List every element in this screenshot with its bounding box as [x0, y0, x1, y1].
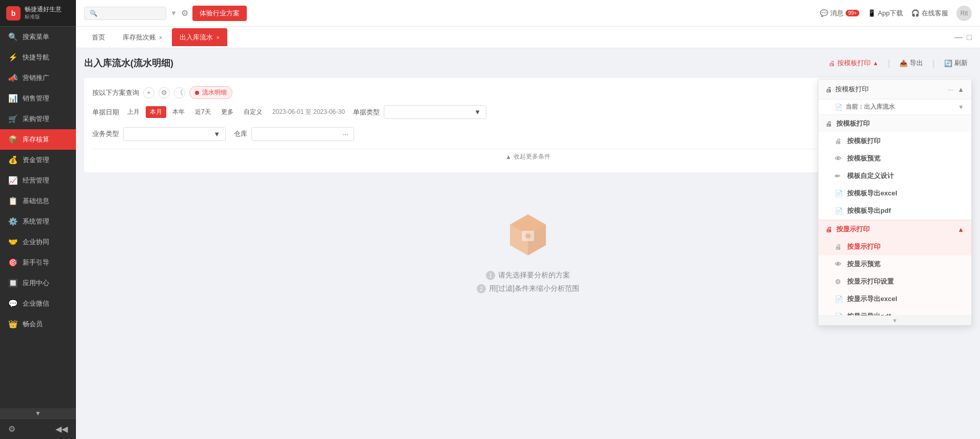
sidebar-item-marketing[interactable]: 📣 营销推广 [0, 68, 76, 88]
sidebar-scroll-down[interactable]: ▼ [0, 408, 76, 418]
menu-search-box[interactable]: 🔍 [84, 7, 166, 20]
export-label: 导出 [910, 58, 923, 68]
sidebar-item-purchase[interactable]: 🛒 采购管理 [0, 109, 76, 129]
tab-batch-account[interactable]: 库存批次账 × [115, 28, 170, 46]
dropdown-more-icon[interactable]: ··· [948, 86, 953, 93]
date-btn-this-year[interactable]: 本年 [168, 106, 189, 118]
settings-icon[interactable]: ⚙ [8, 424, 15, 434]
topbar-settings-icon[interactable]: ⚙ [181, 8, 188, 18]
type-select[interactable]: ▼ [384, 105, 486, 119]
display-settings-item[interactable]: ⚙ 按显示打印设置 [818, 273, 971, 290]
template-design-item[interactable]: ✏ 模板自定义设计 [818, 167, 971, 185]
online-service-btn[interactable]: 🎧 在线客服 [911, 9, 948, 18]
headset-icon: 🎧 [911, 9, 919, 17]
page-title: 出入库流水(流水明细) [84, 57, 173, 69]
quick-nav-icon: ⚡ [8, 53, 17, 62]
sidebar-item-sales[interactable]: 📊 销售管理 [0, 88, 76, 109]
warehouse-select[interactable]: ··· [251, 127, 354, 141]
type-field: 单据类型 ▼ [353, 105, 486, 119]
dropdown-scroll-down-btn[interactable]: ▼ [818, 315, 971, 325]
display-excel-label: 按显示导出excel [847, 294, 897, 304]
filter-setting-btn[interactable]: ⚙ [159, 87, 170, 98]
sidebar-item-operations[interactable]: 📈 经营管理 [0, 170, 76, 191]
sidebar-item-label: 系统管理 [23, 217, 49, 226]
refresh-label: 刷新 [954, 58, 968, 68]
dropdown-scroll-down-icon: ▼ [892, 317, 898, 324]
date-filter: 上月 本月 本年 近7天 更多 自定义 [123, 106, 266, 118]
date-btn-last-month[interactable]: 上月 [123, 106, 144, 118]
tab-batch-label: 库存批次账 [123, 33, 156, 42]
display-print-icon: 🖨 [835, 243, 843, 251]
export-btn[interactable]: 📤 导出 [895, 56, 927, 70]
warehouse-more-icon: ··· [343, 130, 348, 138]
template-section-header[interactable]: 🖨 按模板打印 [818, 115, 971, 132]
printer-icon: 🖨 [829, 59, 835, 67]
sidebar-item-label: 企业微信 [23, 299, 49, 308]
sidebar-item-guide[interactable]: 🎯 新手引导 [0, 252, 76, 273]
refresh-btn[interactable]: 🔄 刷新 [940, 56, 972, 70]
tip2-text: 用[过滤]条件来缩小分析范围 [489, 284, 579, 293]
filter-add-btn[interactable]: + [143, 87, 154, 98]
sidebar-item-label: 应用中心 [23, 278, 49, 288]
sidebar-item-app-center[interactable]: 🔲 应用中心 [0, 273, 76, 293]
sidebar-item-wechat[interactable]: 💬 企业微信 [0, 293, 76, 314]
display-print-label: 按显示打印 [847, 242, 880, 251]
date-btn-custom[interactable]: 自定义 [240, 106, 266, 118]
filter-label: 按以下方案查询 [92, 88, 139, 97]
app-center-icon: 🔲 [8, 278, 17, 288]
filter-collapse-btn[interactable]: 《 [174, 87, 185, 98]
display-section-header[interactable]: 🖨 按显示打印 ▲ [818, 221, 971, 238]
display-preview-item[interactable]: 👁 按显示预览 [818, 255, 971, 273]
tip2-num: 2 [477, 284, 486, 293]
warehouse-label: 仓库 [234, 129, 247, 138]
business-select[interactable]: ▼ [123, 127, 226, 141]
sidebar-item-vip[interactable]: 👑 畅会员 [0, 314, 76, 334]
tabs-bar-right: — □ [954, 33, 972, 42]
sidebar-item-quick-nav[interactable]: ⚡ 快捷导航 [0, 47, 76, 68]
template-pdf-item[interactable]: 📄 按模板导出pdf [818, 202, 971, 220]
dropdown-current: 📄 当前：出入库流水 ▼ [818, 99, 971, 115]
sidebar-item-label: 销售管理 [23, 94, 49, 103]
print-template-btn[interactable]: 🖨 按模板打印 ▲ [825, 56, 883, 70]
tab-maximize-btn[interactable]: □ [967, 33, 972, 42]
topbar-dropdown-icon[interactable]: ▼ [170, 9, 177, 17]
tab-flow-label: 出入库流水 [180, 33, 213, 42]
tab-flow[interactable]: 出入库流水 × [172, 28, 227, 46]
basic-icon: 📋 [8, 196, 17, 206]
date-btn-this-month[interactable]: 本月 [146, 106, 166, 118]
dropdown-header-label: 按模板打印 [835, 85, 869, 94]
display-excel-item[interactable]: 📄 按显示导出excel [818, 290, 971, 308]
template-excel-item[interactable]: 📄 按模板导出excel [818, 185, 971, 202]
collapse-label: 收起更多条件 [514, 152, 551, 161]
app-download-btn[interactable]: 📱 App下载 [868, 9, 903, 18]
sidebar-item-system[interactable]: ⚙️ 系统管理 [0, 211, 76, 232]
display-pdf-item[interactable]: 📄 按显示导出pdf [818, 308, 971, 315]
industry-btn[interactable]: 体验行业方案 [192, 6, 247, 21]
search-icon: 🔍 [8, 32, 17, 42]
sidebar-item-search[interactable]: 🔍 搜索菜单 [0, 27, 76, 47]
date-btn-7days[interactable]: 近7天 [191, 106, 215, 118]
template-design-label: 模板自定义设计 [847, 171, 894, 181]
template-print-item[interactable]: 🖨 按模板打印 [818, 132, 971, 150]
tip1-text: 请先选择要分析的方案 [498, 271, 570, 280]
tab-home[interactable]: 首页 [84, 28, 113, 46]
user-avatar[interactable]: Rit [956, 6, 972, 21]
filter-tag-label: 流水明细 [202, 88, 227, 97]
display-settings-label: 按显示打印设置 [847, 277, 894, 286]
collapse-sidebar-icon[interactable]: ◀◀ [55, 424, 68, 434]
message-btn[interactable]: 💬 消息 99+ [820, 9, 859, 18]
sidebar-item-label: 畅会员 [23, 320, 43, 329]
tab-minimize-btn[interactable]: — [954, 33, 963, 42]
sidebar-item-inventory[interactable]: 📦 库存核算 [0, 129, 76, 150]
tab-flow-close[interactable]: × [216, 34, 219, 41]
dropdown-chevron-up[interactable]: ▲ [957, 86, 964, 93]
sidebar-item-basic[interactable]: 📋 基础信息 [0, 191, 76, 211]
sidebar-item-finance[interactable]: 💰 资金管理 [0, 150, 76, 170]
date-btn-more[interactable]: 更多 [217, 106, 238, 118]
template-section-label: 按模板打印 [836, 119, 870, 128]
filter-active-tag[interactable]: 流水明细 [189, 86, 232, 99]
sidebar-item-enterprise[interactable]: 🤝 企业协同 [0, 232, 76, 252]
display-print-item[interactable]: 🖨 按显示打印 [818, 238, 971, 255]
tab-batch-close[interactable]: × [159, 34, 162, 41]
template-preview-item[interactable]: 👁 按模板预览 [818, 150, 971, 167]
